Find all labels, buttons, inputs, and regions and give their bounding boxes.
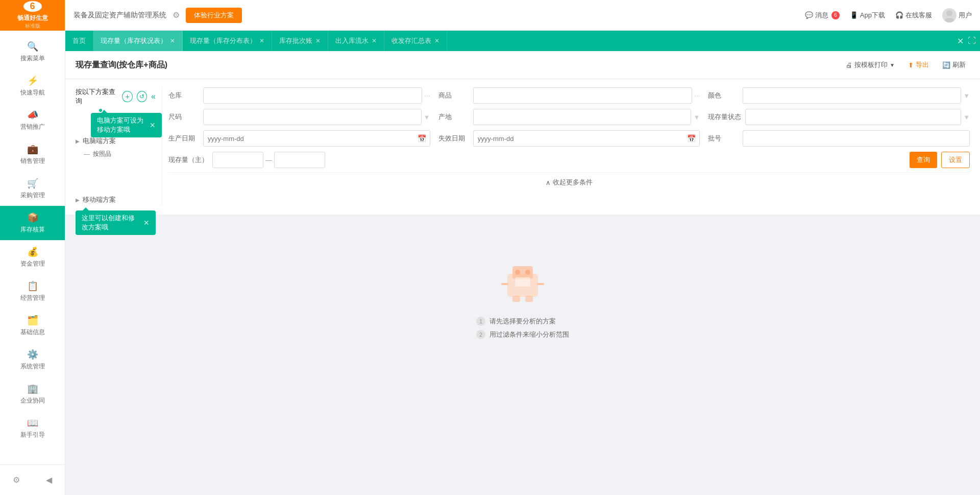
tab-inventory-status[interactable]: 现存量（库存状况表） ✕ — [93, 31, 183, 51]
scheme-mobile-label: 移动端方案 — [83, 195, 116, 204]
sidebar-label-inventory: 库存核算 — [20, 225, 45, 234]
sidebar-item-enterprise[interactable]: 🏢 企业协同 — [0, 377, 65, 411]
finance-nav-icon: 💰 — [27, 246, 38, 257]
tab-close-all-btn[interactable]: ✕ — [957, 36, 964, 46]
warehouse-input[interactable] — [203, 87, 422, 104]
add-scheme-btn[interactable]: + — [122, 91, 132, 102]
sidebar-item-system[interactable]: ⚙️ 系统管理 — [0, 343, 65, 377]
user-label: 用户 — [959, 11, 972, 20]
message-btn[interactable]: 💬 消息 6 — [805, 11, 840, 20]
refresh-btn[interactable]: 🔄 刷新 — [938, 58, 970, 72]
exp-date-calendar-icon[interactable]: 📅 — [687, 134, 696, 143]
sidebar-item-sales[interactable]: 💼 销售管理 — [0, 137, 65, 172]
goods-dots[interactable]: ··· — [694, 91, 700, 100]
svg-point-5 — [525, 270, 530, 275]
tooltip1-close[interactable]: ✕ — [150, 121, 156, 129]
sales-nav-icon: 💼 — [27, 144, 38, 155]
tab-batch-label: 库存批次账 — [279, 36, 312, 45]
tab-inventory-dist-close[interactable]: ✕ — [259, 37, 264, 44]
empty-illustration — [497, 256, 548, 309]
back-scheme-btn[interactable]: « — [151, 92, 156, 101]
tab-inout-close[interactable]: ✕ — [372, 37, 377, 44]
stock-qty-max[interactable] — [274, 152, 325, 168]
svg-rect-6 — [515, 277, 530, 287]
svg-point-0 — [946, 10, 952, 16]
sidebar-item-quick[interactable]: ⚡ 快速导航 — [0, 69, 65, 103]
online-support-btn[interactable]: 🎧 在线客服 — [895, 11, 932, 20]
tab-inventory-status-close[interactable]: ✕ — [170, 37, 175, 44]
exp-date-input[interactable] — [473, 130, 700, 147]
sidebar-item-marketing[interactable]: 📣 营销推广 — [0, 103, 65, 137]
gear-icon[interactable]: ⚙ — [173, 10, 180, 20]
collapse-row: ∧ 收起更多条件 — [168, 172, 970, 192]
export-btn[interactable]: ⬆ 导出 — [904, 58, 933, 72]
refresh-scheme-btn[interactable]: ↺ — [137, 91, 147, 102]
filter-mfg-date: 生产日期 📅 — [168, 130, 430, 147]
sidebar-label-finance: 资金管理 — [20, 260, 45, 268]
goods-input[interactable] — [473, 87, 692, 104]
origin-dropdown-icon[interactable]: ▼ — [693, 113, 700, 121]
logo-name: 畅通好生意 — [17, 14, 48, 22]
svg-point-1 — [944, 18, 954, 22]
print-dropdown-icon: ▼ — [890, 62, 895, 68]
sidebar-item-search[interactable]: 🔍 搜索菜单 — [0, 35, 65, 69]
scheme-mobile[interactable]: ▶ 移动端方案 — [76, 193, 156, 206]
print-btn[interactable]: 🖨 按模板打印 ▼ — [842, 58, 899, 72]
sidebar-item-guide[interactable]: 📖 新手引导 — [0, 411, 65, 445]
tab-inventory-dist[interactable]: 现存量（库存分布表） ✕ — [183, 31, 272, 51]
sidebar-item-base[interactable]: 🗂️ 基础信息 — [0, 309, 65, 343]
color-dropdown-icon[interactable]: ▼ — [963, 92, 970, 100]
stock-qty-min[interactable] — [212, 152, 263, 168]
refresh-icon: 🔄 — [942, 61, 950, 69]
reset-btn[interactable]: 设置 — [941, 152, 970, 168]
tabs-right: ✕ ⛶ — [957, 36, 980, 46]
inventory-nav-icon: 📦 — [27, 212, 38, 223]
child1-label: 按照品 — [93, 150, 111, 158]
mfg-date-input[interactable] — [203, 130, 430, 147]
child1-icon: — — [84, 151, 90, 158]
app-download-btn[interactable]: 📱 App下载 — [850, 11, 885, 20]
empty-tips: 1 请先选择要分析的方案 2 用过滤条件来缩小分析范围 — [476, 317, 569, 339]
origin-input[interactable] — [473, 109, 692, 125]
stock-status-dropdown-icon[interactable]: ▼ — [963, 113, 970, 121]
tree-arrow-mobile: ▶ — [76, 197, 80, 203]
collapse-btn[interactable]: ∧ 收起更多条件 — [546, 178, 593, 187]
tab-batch[interactable]: 库存批次账 ✕ — [272, 31, 328, 51]
tooltip2-close[interactable]: ✕ — [143, 219, 150, 227]
batch-input[interactable] — [743, 130, 970, 147]
export-icon: ⬆ — [908, 61, 914, 69]
filter-stock-status: 现存量状态 ▼ — [708, 109, 970, 125]
tooltip1-text: 电脑方案可设为移动方案哦 — [97, 116, 145, 134]
tab-collect-close[interactable]: ✕ — [434, 37, 439, 44]
tab-inout[interactable]: 出入库流水 ✕ — [328, 31, 384, 51]
origin-label: 产地 — [438, 112, 469, 122]
sidebar-label-search: 搜索菜单 — [20, 54, 45, 63]
sidebar-logo: 6 畅通好生意 标准版 — [0, 0, 65, 31]
scheme-pc-child1[interactable]: — 按照品 — [84, 148, 156, 160]
size-input[interactable] — [203, 109, 422, 125]
sidebar-item-finance[interactable]: 💰 资金管理 — [0, 240, 65, 274]
color-input[interactable] — [743, 87, 961, 104]
sidebar-item-operations[interactable]: 📋 经营管理 — [0, 274, 65, 309]
mfg-date-calendar-icon[interactable]: 📅 — [418, 134, 426, 143]
sidebar-item-purchase[interactable]: 🛒 采购管理 — [0, 172, 65, 206]
tab-collect[interactable]: 收发存汇总表 ✕ — [384, 31, 447, 51]
tab-maximize-btn[interactable]: ⛶ — [968, 36, 976, 45]
svg-rect-10 — [525, 296, 533, 302]
filter-exp-date: 失效日期 📅 — [438, 130, 700, 147]
experience-btn[interactable]: 体验行业方案 — [186, 8, 242, 23]
user-profile-btn[interactable]: 用户 — [942, 8, 972, 22]
app-download-label: App下载 — [860, 11, 885, 20]
tab-batch-close[interactable]: ✕ — [315, 37, 321, 44]
sidebar-label-system: 系统管理 — [20, 362, 45, 371]
color-label: 颜色 — [708, 91, 739, 100]
size-dropdown-icon[interactable]: ▼ — [424, 113, 430, 121]
message-icon: 💬 — [805, 11, 813, 19]
sidebar-item-inventory[interactable]: 📦 库存核算 — [0, 206, 65, 240]
collapse-footer-btn[interactable]: ◀ — [42, 471, 56, 489]
tab-home[interactable]: 首页 — [65, 31, 93, 51]
stock-status-input[interactable] — [745, 109, 961, 125]
warehouse-dots[interactable]: ··· — [424, 91, 430, 100]
settings-footer-btn[interactable]: ⚙ — [9, 471, 24, 489]
search-btn[interactable]: 查询 — [910, 152, 937, 168]
